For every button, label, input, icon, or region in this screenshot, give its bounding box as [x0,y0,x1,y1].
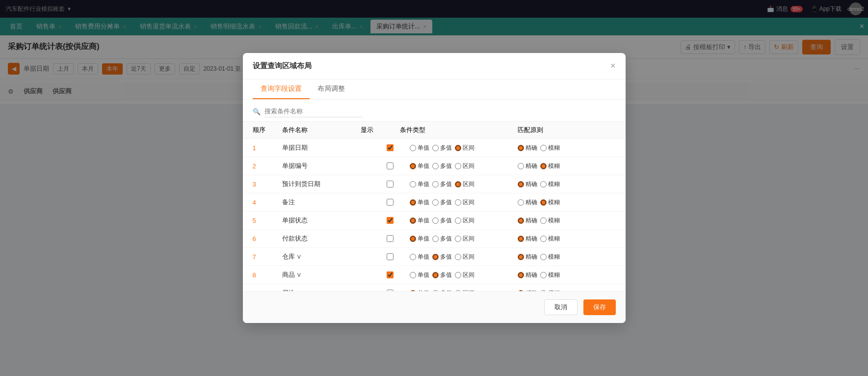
dialog-search-area: 🔍 [243,100,626,104]
dialog-close-button[interactable]: × [610,61,616,71]
dialog-tabs: 查询字段设置 布局调整 [243,80,626,100]
dialog-header: 设置查询区域布局 × [243,53,626,80]
modal-overlay: 设置查询区域布局 × 查询字段设置 布局调整 🔍 顺序 条件名称 显示 条件类型… [0,0,868,104]
settings-dialog: 设置查询区域布局 × 查询字段设置 布局调整 🔍 顺序 条件名称 显示 条件类型… [243,53,626,104]
tab-layout-adjust[interactable]: 布局调整 [310,80,353,99]
tab-query-fields[interactable]: 查询字段设置 [253,80,310,99]
dialog-title: 设置查询区域布局 [253,61,312,71]
